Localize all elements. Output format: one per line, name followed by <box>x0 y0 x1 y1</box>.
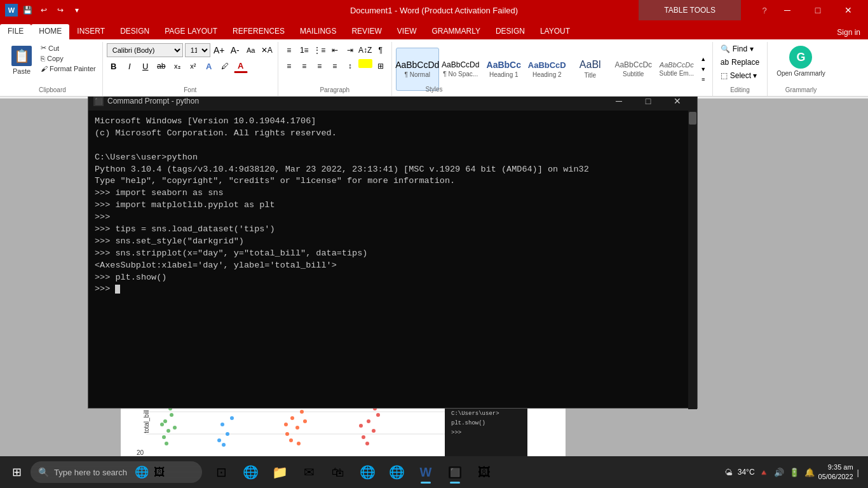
browser1-btn[interactable]: 🌐 <box>353 458 381 486</box>
replace-button[interactable]: ab Replace <box>717 57 763 68</box>
tab-design2[interactable]: DESIGN <box>488 24 532 39</box>
store-btn[interactable]: 🛍 <box>324 458 352 486</box>
browser1-icon: 🌐 <box>360 464 376 480</box>
align-left-btn[interactable]: ≡ <box>282 59 296 73</box>
styles-scroll-up[interactable]: ▲ <box>698 54 709 64</box>
start-button[interactable]: ⊞ <box>3 458 31 486</box>
cmd-scroll-thumb[interactable] <box>689 112 696 125</box>
grammarly-open-label: Open Grammarly <box>776 70 825 77</box>
underline-button[interactable]: U <box>139 59 153 73</box>
svg-point-15 <box>290 416 294 420</box>
tab-view[interactable]: VIEW <box>390 24 424 39</box>
decrease-font-btn[interactable]: A- <box>228 43 242 57</box>
font-size-select[interactable]: 11 <box>185 43 210 57</box>
mail-btn[interactable]: ✉ <box>295 458 323 486</box>
tab-grammarly[interactable]: GRAMMARLY <box>424 24 487 39</box>
style-subtle-emph[interactable]: AaBbCcDc Subtle Em... <box>655 48 698 91</box>
show-formatting-btn[interactable]: ¶ <box>374 43 388 57</box>
volume-icon[interactable]: 🔊 <box>773 466 785 478</box>
title-text: Document1 - Word (Product Activation Fai… <box>350 6 518 15</box>
superscript-btn[interactable]: x² <box>186 59 200 73</box>
align-center-btn[interactable]: ≡ <box>297 59 311 73</box>
edge-btn[interactable]: 🌐 <box>236 458 264 486</box>
subscript-btn[interactable]: x₂ <box>170 59 184 73</box>
minimize-btn[interactable]: ─ <box>773 0 802 20</box>
tab-layout[interactable]: LAYOUT <box>532 24 578 39</box>
cut-button[interactable]: ✂ Cut <box>38 43 98 53</box>
taskbar-search[interactable]: 🔍 Type here to search 🌐 🖼 <box>31 461 202 483</box>
style-subtleemph-preview: AaBbCcDc <box>660 61 694 69</box>
close-btn[interactable]: ✕ <box>834 0 863 20</box>
network-icon[interactable]: 🔺 <box>757 466 770 478</box>
borders-btn[interactable]: ⊞ <box>374 59 388 73</box>
bold-button[interactable]: B <box>107 59 121 73</box>
tab-home[interactable]: HOME <box>31 24 69 39</box>
sign-in-btn[interactable]: Sign in <box>829 25 868 39</box>
format-painter-button[interactable]: 🖌 Format Painter <box>38 64 98 73</box>
cmd-title-text: Command Prompt - python <box>107 97 199 105</box>
help-btn[interactable]: ? <box>757 3 771 17</box>
taskbar-items: ⊡ 🌐 📁 ✉ 🛍 🌐 🌐 W ⬛ 🖼 <box>207 458 498 486</box>
select-button[interactable]: ⬚ Select ▾ <box>717 70 761 81</box>
clear-format-btn[interactable]: ✕A <box>260 43 274 57</box>
text-effects-btn[interactable]: A <box>202 59 216 73</box>
justify-btn[interactable]: ≡ <box>328 59 342 73</box>
strikethrough-btn[interactable]: ab <box>154 59 168 73</box>
text-highlight-btn[interactable]: 🖊 <box>218 59 232 73</box>
style-heading2[interactable]: AaBbCcD Heading 2 <box>526 48 569 91</box>
bullets-btn[interactable]: ≡ <box>282 43 296 57</box>
tab-mailings[interactable]: MAILINGS <box>292 24 344 39</box>
styles-group-label: Styles <box>425 85 442 94</box>
tab-references[interactable]: REFERENCES <box>225 24 292 39</box>
explorer-btn[interactable]: 📁 <box>266 458 294 486</box>
shading-btn[interactable] <box>358 59 372 68</box>
style-subtitle[interactable]: AaBbCcDc Subtitle <box>612 48 655 91</box>
sort-btn[interactable]: A↕Z <box>358 43 372 57</box>
multilevel-btn[interactable]: ⋮≡ <box>313 43 327 57</box>
cmd-scrollbar[interactable] <box>688 111 697 409</box>
tab-design[interactable]: DESIGN <box>112 24 157 39</box>
line-spacing-btn[interactable]: ↕ <box>343 59 357 73</box>
increase-font-btn[interactable]: A+ <box>212 43 226 57</box>
notification-icon[interactable]: 🔔 <box>803 466 816 478</box>
browser2-btn[interactable]: 🌐 <box>383 458 410 486</box>
change-case-btn[interactable]: Aa <box>244 43 258 57</box>
table-tools-label: TABLE TOOLS <box>664 6 715 15</box>
copy-button[interactable]: ⎘ Copy <box>38 54 98 63</box>
qat-more-btn[interactable]: ▾ <box>70 3 84 17</box>
tab-insert[interactable]: INSERT <box>69 24 112 39</box>
decrease-indent-btn[interactable]: ⇤ <box>328 43 342 57</box>
numbering-btn[interactable]: 1≡ <box>297 43 311 57</box>
svg-point-5 <box>170 413 173 417</box>
styles-expand[interactable]: ≡ <box>698 74 709 85</box>
font-color-btn[interactable]: A <box>234 59 248 73</box>
photo-taskbar-btn[interactable]: 🖼 <box>470 458 498 486</box>
svg-point-26 <box>362 435 365 439</box>
font-name-select[interactable]: Calibri (Body) <box>107 43 183 57</box>
cmd-content[interactable]: Microsoft Windows [Version 10.0.19044.17… <box>88 111 697 408</box>
increase-indent-btn[interactable]: ⇥ <box>343 43 357 57</box>
battery-icon[interactable]: 🔋 <box>788 466 801 478</box>
tab-file[interactable]: FILE <box>0 24 31 39</box>
system-time[interactable]: 9:35 am 05/06/2022 <box>818 463 853 482</box>
tab-page-layout[interactable]: PAGE LAYOUT <box>157 24 225 39</box>
undo-qat-btn[interactable]: ↩ <box>37 3 51 17</box>
style-title[interactable]: AaBl Title <box>569 48 612 91</box>
style-no-space[interactable]: AaBbCcDd ¶ No Spac... <box>439 48 482 91</box>
select-icon: ⬚ <box>721 71 728 80</box>
styles-scroll-down[interactable]: ▼ <box>698 64 709 74</box>
tab-review[interactable]: REVIEW <box>344 24 389 39</box>
open-grammarly-button[interactable]: G Open Grammarly <box>771 43 831 79</box>
paste-button[interactable]: 📋 Paste <box>6 43 37 78</box>
show-desktop-btn[interactable]: | <box>856 466 860 478</box>
style-heading1[interactable]: AaBbCc Heading 1 <box>482 48 526 91</box>
redo-qat-btn[interactable]: ↪ <box>53 3 67 17</box>
word-taskbar-btn[interactable]: W <box>412 458 440 486</box>
italic-button[interactable]: I <box>123 59 137 73</box>
task-view-btn[interactable]: ⊡ <box>207 458 235 486</box>
align-right-btn[interactable]: ≡ <box>313 59 327 73</box>
cmd-taskbar-btn[interactable]: ⬛ <box>441 458 469 486</box>
maximize-btn[interactable]: □ <box>803 0 832 20</box>
save-qat-btn[interactable]: 💾 <box>20 3 34 17</box>
find-button[interactable]: 🔍 Find ▾ <box>717 43 757 55</box>
